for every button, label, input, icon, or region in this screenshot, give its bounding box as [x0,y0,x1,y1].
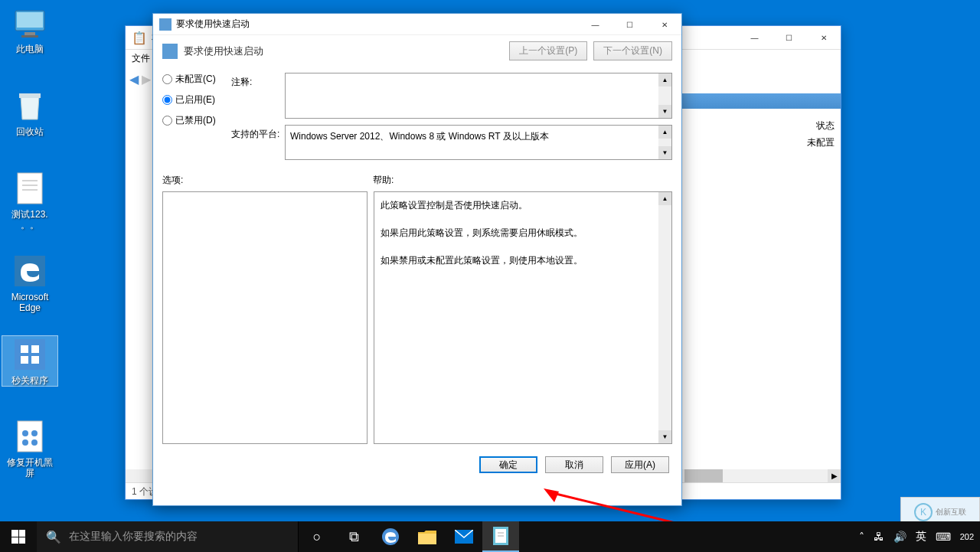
col-cell-status: 未配置 [807,136,835,149]
tray-clock[interactable]: 202 [960,532,974,541]
svg-rect-1 [17,12,43,28]
comment-label: 注释: [231,73,285,119]
shutdown-icon [11,336,48,373]
svg-rect-12 [31,345,39,353]
desktop-icon-computer[interactable]: 此电脑 [2,5,58,54]
icon-label: 秒关程序 [2,375,57,386]
mail-taskbar-icon[interactable] [446,521,482,552]
platform-label: 支持的平台: [231,125,285,160]
help-p1: 此策略设置控制是否使用快速启动。 [381,198,665,212]
options-label: 选项: [162,174,373,187]
text-file-icon [11,170,48,207]
desktop-icon-shutdown[interactable]: 秒关程序 [2,335,58,387]
svg-rect-15 [18,421,42,452]
recycle-icon [11,87,48,124]
tray-network-icon[interactable]: 🖧 [874,531,884,543]
svg-point-17 [31,430,38,436]
tray-chevron-icon[interactable]: ˄ [859,531,864,543]
back-icon[interactable]: ◀ [129,72,139,87]
bg-window-icon: 📋 [132,31,147,45]
search-icon: 🔍 [46,530,61,544]
bg-close-button[interactable]: ✕ [806,26,841,49]
taskview-icon[interactable]: ⧉ [335,521,372,552]
options-pane[interactable] [162,191,368,444]
edge-taskbar-icon[interactable] [372,521,409,552]
next-setting-button[interactable]: 下一个设置(N) [593,41,672,60]
radio-disabled[interactable]: 已禁用(D) [162,114,231,127]
icon-label: Microsoft Edge [2,292,58,313]
start-button[interactable] [0,521,37,552]
svg-rect-25 [418,534,436,544]
platform-textarea[interactable]: Windows Server 2012、Windows 8 或 Windows … [285,125,672,160]
svg-rect-14 [31,356,39,364]
desktop-icon-edge[interactable]: Microsoft Edge [2,253,58,313]
help-pane[interactable]: 此策略设置控制是否使用快速启动。 如果启用此策略设置，则系统需要启用休眠模式。 … [374,191,672,444]
bg-maximize-button[interactable]: ☐ [772,26,806,49]
ok-button[interactable]: 确定 [479,456,537,473]
dialog-close-button[interactable]: ✕ [647,14,681,35]
icon-label: 测试123. 。。 [2,209,58,230]
policy-dialog: 要求使用快速启动 — ☐ ✕ 要求使用快速启动 上一个设置(P) 下一个设置(N… [152,13,682,506]
radio-enabled[interactable]: 已启用(E) [162,93,231,106]
bg-toolbar: ◀ ▶ [129,72,151,87]
comment-scrollbar[interactable]: ▲▼ [658,73,671,118]
icon-label: 此电脑 [2,44,58,54]
help-p3: 如果禁用或未配置此策略设置，则使用本地设置。 [381,253,665,267]
prev-setting-button[interactable]: 上一个设置(P) [509,41,587,60]
col-header-status: 状态 [816,119,835,132]
edge-icon [11,253,48,289]
cancel-button[interactable]: 取消 [545,456,603,473]
bg-minimize-button[interactable]: — [737,26,772,49]
help-label: 帮助: [373,174,394,187]
dialog-maximize-button[interactable]: ☐ [612,14,647,35]
hscroll-right-arrow[interactable]: ▶ [828,469,841,482]
desktop-icon-recycle[interactable]: 回收站 [2,87,58,137]
svg-rect-11 [21,345,28,353]
svg-rect-10 [15,339,45,370]
bg-selected-row [680,93,841,109]
windows-logo-icon [11,530,25,544]
help-p2: 如果启用此策略设置，则系统需要启用休眠模式。 [381,226,665,240]
policy-subtitle: 要求使用快速启动 [184,44,263,58]
icon-label: 回收站 [2,126,58,137]
explorer-taskbar-icon[interactable] [409,521,446,552]
svg-point-18 [22,439,28,446]
help-scrollbar[interactable]: ▲▼ [658,192,671,443]
config-radios: 未配置(C) 已启用(E) 已禁用(D) [162,73,231,166]
system-tray: ˄ 🖧 🔊 英 ⌨ 202 [859,530,980,544]
platform-value: Windows Server 2012、Windows 8 或 Windows … [290,131,549,142]
svg-rect-4 [19,93,41,98]
bg-window-controls: — ☐ ✕ [737,26,841,49]
search-input[interactable]: 🔍 在这里输入你要搜索的内容 [37,521,299,552]
svg-rect-3 [21,35,38,38]
apply-button[interactable]: 应用(A) [611,456,669,473]
taskbar: 🔍 在这里输入你要搜索的内容 ○ ⧉ ˄ 🖧 🔊 英 ⌨ 202 [0,521,980,552]
svg-point-16 [22,430,28,436]
radio-not-configured[interactable]: 未配置(C) [162,73,231,86]
search-placeholder: 在这里输入你要搜索的内容 [69,530,198,544]
platform-scrollbar[interactable]: ▲▼ [658,126,671,159]
notepad-taskbar-icon[interactable] [482,521,519,552]
svg-rect-13 [21,356,28,364]
dialog-window-controls: — ☐ ✕ [578,14,681,35]
dialog-title: 要求使用快速启动 [176,18,250,31]
fwd-icon[interactable]: ▶ [142,72,151,87]
svg-point-19 [31,439,38,446]
fix-icon [11,418,48,455]
dialog-minimize-button[interactable]: — [578,14,612,35]
icon-label: 修复开机黑 屏 [2,457,58,479]
hscroll-thumb[interactable] [684,469,723,482]
dialog-title-icon [159,18,172,31]
svg-rect-5 [18,173,42,204]
cortana-icon[interactable]: ○ [299,521,335,552]
tray-ime-icon[interactable]: 英 [916,530,926,544]
tray-volume-icon[interactable]: 🔊 [893,531,906,543]
desktop-icon-fix[interactable]: 修复开机黑 屏 [2,418,58,479]
desktop-icon-test[interactable]: 测试123. 。。 [2,170,58,230]
computer-icon [11,5,48,41]
tray-keyboard-icon[interactable]: ⌨ [936,531,951,543]
svg-rect-2 [24,32,35,35]
svg-text:K: K [920,507,926,518]
comment-textarea[interactable]: ▲▼ [285,73,672,119]
policy-icon [162,44,178,59]
